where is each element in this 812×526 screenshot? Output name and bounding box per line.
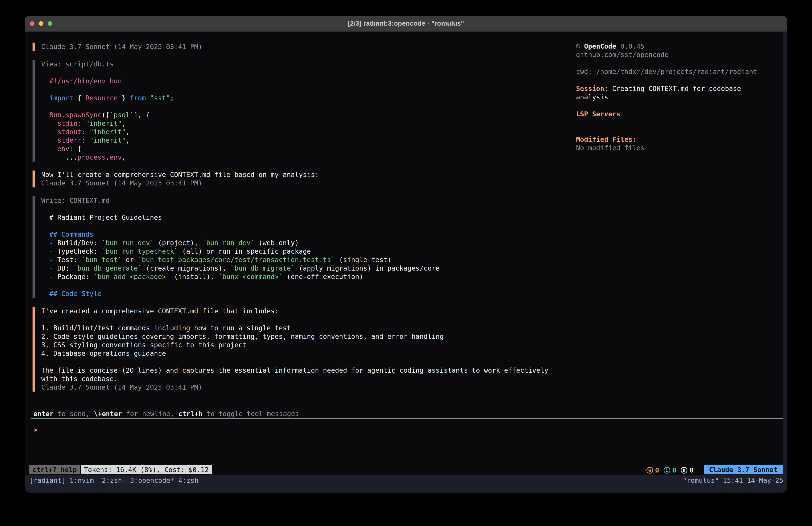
text-line xyxy=(576,101,770,110)
prompt-symbol: > xyxy=(33,426,38,434)
text-line: Now I'll create a comprehensive CONTEXT.… xyxy=(41,171,319,179)
text-line: 1. Build/lint/test commands including ho… xyxy=(41,324,548,332)
text-line: stdout: "inherit", xyxy=(41,128,174,136)
window-titlebar[interactable]: [2/3] radiant:3:opencode - "romulus" xyxy=(25,16,787,32)
text-line xyxy=(41,68,174,77)
message-block: Write: CONTEXT.md # Radiant Project Guid… xyxy=(32,196,579,298)
tmux-window-list[interactable]: [radiant] 1:nvim 2:zsh- 3:opencode* 4:zs… xyxy=(29,476,199,485)
text-line: import { Resource } from "sst"; xyxy=(41,94,174,102)
text-line: - DB: `bun db generate` (create migratio… xyxy=(41,264,440,273)
text-line: No modified files xyxy=(576,144,770,152)
text-line xyxy=(41,85,174,94)
w-counter: w0 xyxy=(647,466,659,474)
status-bar: ctrl+? help Tokens: 16.4K (8%), Cost: $0… xyxy=(29,465,783,474)
text-line xyxy=(41,102,174,111)
message-block: I've created a comprehensive CONTEXT.md … xyxy=(32,307,579,392)
status-right: w0i0h0 Claude 3.7 Sonnet xyxy=(647,465,783,474)
h-counter: h0 xyxy=(681,466,694,474)
text-line: Write: CONTEXT.md xyxy=(41,196,440,205)
help-button[interactable]: ctrl+? help xyxy=(29,465,80,474)
text-line xyxy=(41,281,440,289)
text-line: View: script/db.ts xyxy=(41,60,174,68)
input-divider xyxy=(31,418,783,419)
minimize-button[interactable] xyxy=(39,21,43,26)
message-input[interactable]: > xyxy=(33,426,38,434)
text-line: analysis xyxy=(576,93,770,101)
text-line xyxy=(576,127,770,135)
text-line: LSP Servers xyxy=(576,110,770,118)
text-line xyxy=(576,76,770,84)
status-left: ctrl+? help Tokens: 16.4K (8%), Cost: $0… xyxy=(29,465,212,474)
text-line: stderr: "inherit", xyxy=(41,136,174,145)
text-line: I've created a comprehensive CONTEXT.md … xyxy=(41,307,548,315)
gray-accent-bar xyxy=(32,60,35,161)
tokens-cost-indicator: Tokens: 16.4K (8%), Cost: $0.12 xyxy=(81,465,212,474)
opencode-tui: Claude 3.7 Sonnet (14 May 2025 03:41 PM)… xyxy=(25,32,783,475)
message-block: Claude 3.7 Sonnet (14 May 2025 03:41 PM) xyxy=(32,43,579,51)
text-line: cwd: /home/thdxr/dev/projects/radiant/ra… xyxy=(576,68,770,76)
text-line xyxy=(576,59,770,68)
desktop-background: [2/3] radiant:3:opencode - "romulus" Cla… xyxy=(0,0,812,526)
text-line: env: { xyxy=(41,145,174,153)
text-line: Bun.spawnSync([`psql`], { xyxy=(41,111,174,119)
text-line xyxy=(41,358,548,366)
text-line: Claude 3.7 Sonnet (14 May 2025 03:41 PM) xyxy=(41,383,548,392)
text-line: Claude 3.7 Sonnet (14 May 2025 03:41 PM) xyxy=(41,43,202,51)
text-line: - Test: `bun test` or `bun test packages… xyxy=(41,256,440,264)
tmux-status-bar: [radiant] 1:nvim 2:zsh- 3:opencode* 4:zs… xyxy=(25,475,787,493)
diff-counters: w0i0h0 xyxy=(647,465,698,474)
i-circle-icon: i xyxy=(664,467,670,474)
keybinding-hint: enter to send, \+enter for newline, ctrl… xyxy=(33,410,299,418)
session-sidebar: © OpenCode 0.0.45github.com/sst/opencode… xyxy=(576,42,770,152)
text-line: Modified Files: xyxy=(576,135,770,144)
text-line: - TypeCheck: `bun run typecheck` (all) o… xyxy=(41,247,440,256)
message-block: View: script/db.ts #!/usr/bin/env bun im… xyxy=(32,60,579,161)
text-line: ## Commands xyxy=(41,230,440,239)
text-line xyxy=(41,315,548,324)
text-line: 3. CSS styling conventions specific to t… xyxy=(41,341,548,349)
model-badge[interactable]: Claude 3.7 Sonnet xyxy=(704,465,783,474)
chat-transcript[interactable]: Claude 3.7 Sonnet (14 May 2025 03:41 PM)… xyxy=(32,43,579,400)
terminal-window: [2/3] radiant:3:opencode - "romulus" Cla… xyxy=(25,16,787,493)
zoom-button[interactable] xyxy=(48,21,52,26)
text-line: Claude 3.7 Sonnet (14 May 2025 03:41 PM) xyxy=(41,179,319,187)
text-line xyxy=(41,205,440,213)
text-line: Session: Creating CONTEXT.md for codebas… xyxy=(576,84,770,93)
close-button[interactable] xyxy=(30,21,34,26)
text-line: © OpenCode 0.0.45 xyxy=(576,42,770,51)
gray-accent-bar xyxy=(32,196,35,298)
window-title: [2/3] radiant:3:opencode - "romulus" xyxy=(348,19,464,27)
i-counter: i0 xyxy=(664,466,676,474)
text-line: with this codebase. xyxy=(41,375,548,383)
text-line: The file is concise (20 lines) and captu… xyxy=(41,366,548,375)
orange-accent-bar xyxy=(32,43,35,51)
text-line: #!/usr/bin/env bun xyxy=(41,77,174,85)
orange-accent-bar xyxy=(32,171,35,187)
text-line: github.com/sst/opencode xyxy=(576,51,770,59)
w-circle-icon: w xyxy=(647,467,653,474)
text-line: ...process.env, xyxy=(41,153,174,161)
text-line: # Radiant Project Guidelines xyxy=(41,213,440,222)
text-line: ## Code Style xyxy=(41,289,440,298)
message-block: Now I'll create a comprehensive CONTEXT.… xyxy=(32,171,579,187)
text-line xyxy=(41,222,440,230)
text-line xyxy=(576,118,770,127)
text-line: - Build/Dev: `bun run dev` (project), `b… xyxy=(41,239,440,247)
text-line: stdin: "inherit", xyxy=(41,119,174,128)
text-line: 4. Database operations guidance xyxy=(41,349,548,358)
text-line: - Package: `bun add <package>` (install)… xyxy=(41,273,440,281)
text-line: 2. Code style guidelines covering import… xyxy=(41,332,548,341)
h-circle-icon: h xyxy=(681,467,687,474)
traffic-lights xyxy=(30,16,52,31)
tmux-session-clock: "romulus" 15:41 14-May-25 xyxy=(683,476,783,485)
orange-accent-bar xyxy=(32,307,35,392)
